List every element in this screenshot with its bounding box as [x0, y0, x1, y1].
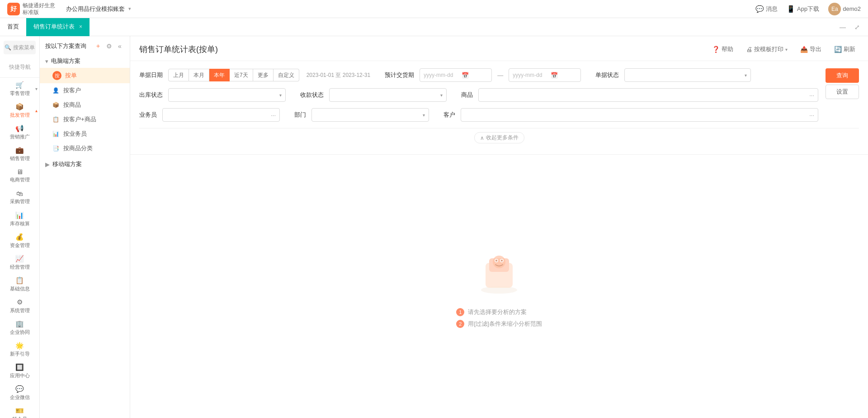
- salesperson-label: 业务员: [139, 111, 157, 119]
- tab-home[interactable]: 首页: [0, 18, 26, 36]
- sidebar-item-system[interactable]: ⚙ 系统管理: [0, 295, 39, 317]
- tab-sales-order[interactable]: 销售订单统计表 ×: [26, 18, 90, 36]
- tab-close-icon[interactable]: ×: [79, 24, 82, 30]
- tab-minimize-btn[interactable]: —: [837, 22, 848, 33]
- date-btn-this-year[interactable]: 本年: [209, 69, 230, 81]
- expected-date-end-input[interactable]: [513, 72, 549, 78]
- tip-2-num: 2: [456, 320, 464, 328]
- expected-date-label: 预计交货期: [385, 71, 414, 79]
- delivery-status-label: 出库状态: [139, 91, 163, 99]
- app-download-btn[interactable]: 📱 App下载: [787, 5, 819, 13]
- scheme-group-mobile-title[interactable]: ▶ 移动端方案: [40, 157, 130, 171]
- scheme-group-desktop-title[interactable]: ▾ 电脑端方案: [40, 54, 130, 68]
- date-btn-this-month[interactable]: 本月: [189, 69, 209, 81]
- sidebar-item-ecommerce[interactable]: 🖥 电商管理: [0, 165, 39, 186]
- sidebar-item-member[interactable]: 🎫 畅会员: [0, 404, 39, 418]
- scheme-item-by-customer[interactable]: 👤 按客户: [40, 83, 130, 98]
- settings-btn[interactable]: 设置: [826, 85, 859, 99]
- sidebar-item-retail[interactable]: 🛒 零售管理 ▾: [0, 78, 39, 100]
- sidebar-item-inventory[interactable]: 📊 库存核算: [0, 208, 39, 230]
- sidebar-item-purchase[interactable]: 🛍 采购管理: [0, 186, 39, 208]
- calendar-start-icon[interactable]: 📅: [462, 72, 469, 79]
- top-bar: 好 畅捷通好生意 标准版 办公用品行业模拟账套 ▾ 💬 消息 📱 App下载 E…: [0, 0, 868, 18]
- user-menu[interactable]: Ea demo2: [828, 3, 861, 15]
- print-icon: 🖨: [746, 46, 752, 53]
- scheme-item-by-goods[interactable]: 📦 按商品: [40, 98, 130, 112]
- goods-dots[interactable]: ···: [809, 92, 814, 99]
- date-btn-custom[interactable]: 自定义: [274, 69, 299, 81]
- top-bar-right: 💬 消息 📱 App下载 Ea demo2: [755, 3, 861, 15]
- tab-maximize-btn[interactable]: ⤢: [852, 22, 863, 33]
- expected-date-start[interactable]: 📅: [420, 68, 492, 82]
- help-btn[interactable]: ❓ 帮助: [708, 43, 737, 55]
- help-icon: ❓: [712, 46, 720, 53]
- status-select[interactable]: ▾: [624, 68, 751, 82]
- sidebar-item-wholesale[interactable]: 📦 批发管理 ▴: [0, 100, 39, 121]
- scheme-panel-actions: ＋ ⚙ «: [94, 42, 124, 51]
- sidebar-item-finance[interactable]: 💰 资金管理: [0, 230, 39, 252]
- breadcrumb-arrow[interactable]: ▾: [128, 6, 131, 12]
- apps-icon: 🔲: [15, 363, 24, 371]
- scheme-item-by-customer-goods[interactable]: 📋 按客户+商品: [40, 112, 130, 127]
- customer-input[interactable]: ···: [461, 108, 818, 122]
- sidebar-item-operations[interactable]: 📈 经营管理: [0, 252, 39, 273]
- sidebar-item-basic[interactable]: 📋 基础信息: [0, 273, 39, 295]
- customer-dots[interactable]: ···: [809, 112, 814, 119]
- sidebar-item-apps[interactable]: 🔲 应用中心: [0, 360, 39, 382]
- print-dropdown-icon[interactable]: ▾: [785, 47, 788, 52]
- calendar-end-icon[interactable]: 📅: [551, 72, 558, 79]
- date-btn-last-month[interactable]: 上月: [168, 69, 189, 81]
- query-btn[interactable]: 查询: [826, 68, 859, 83]
- payment-status-select[interactable]: ▾: [329, 88, 447, 102]
- page-header-actions: ❓ 帮助 🖨 按模板打印 ▾ 📤 导出 🔄 刷新: [708, 43, 859, 55]
- expected-date-end[interactable]: 📅: [509, 68, 581, 82]
- scheme-item-by-category[interactable]: 📑 按商品分类: [40, 141, 130, 156]
- empty-tip-1: 1 请先选择要分析的方案: [456, 308, 542, 316]
- sidebar-item-wechat[interactable]: 💬 企业微信: [0, 382, 39, 404]
- system-icon: ⚙: [17, 298, 23, 306]
- delivery-status-select[interactable]: ▾: [168, 88, 286, 102]
- salesperson-scheme-icon: 📊: [52, 131, 60, 137]
- content-area: 按以下方案查询 ＋ ⚙ « ▾ 电脑端方案 按 按单 👤: [40, 36, 868, 418]
- svg-point-7: [501, 260, 503, 261]
- date-btn-7days[interactable]: 近7天: [230, 69, 253, 81]
- expected-date-start-input[interactable]: [424, 72, 460, 78]
- message-btn[interactable]: 💬 消息: [755, 5, 778, 13]
- goods-input[interactable]: ···: [478, 88, 818, 102]
- mobile-expand-icon: ▶: [45, 161, 50, 168]
- date-separator: —: [497, 72, 503, 79]
- date-quick-btns: 上月 本月 本年 近7天 更多 自定义: [168, 69, 299, 81]
- sidebar-quick-nav[interactable]: 快捷导航: [0, 59, 39, 78]
- scheme-collapse-icon[interactable]: «: [115, 42, 124, 51]
- salesperson-dots[interactable]: ···: [271, 112, 276, 119]
- delivery-dropdown-icon: ▾: [279, 93, 282, 98]
- collapse-btn[interactable]: ∧ 收起更多条件: [474, 132, 524, 143]
- scheme-panel: 按以下方案查询 ＋ ⚙ « ▾ 电脑端方案 按 按单 👤: [40, 36, 130, 418]
- export-btn[interactable]: 📤 导出: [797, 43, 825, 55]
- salesperson-input[interactable]: ···: [162, 108, 280, 122]
- payment-status-label: 收款状态: [300, 91, 324, 99]
- sidebar-item-marketing[interactable]: 📢 营销推广: [0, 121, 39, 143]
- enterprise-icon: 🏢: [15, 320, 24, 328]
- logo-icon: 好: [7, 3, 20, 15]
- wechat-icon: 💬: [15, 385, 24, 393]
- customer-goods-scheme-icon: 📋: [52, 116, 60, 123]
- sidebar-item-enterprise[interactable]: 🏢 企业协同: [0, 317, 39, 338]
- department-select[interactable]: ▾: [311, 108, 429, 122]
- scheme-item-by-salesperson[interactable]: 📊 按业务员: [40, 127, 130, 141]
- scheme-item-by-order[interactable]: 按 按单: [40, 68, 130, 83]
- sidebar-search-btn[interactable]: 🔍 搜索菜单: [4, 41, 36, 54]
- tip-1-num: 1: [456, 308, 464, 316]
- sidebar-item-newbie[interactable]: 🌟 新手引导: [0, 338, 39, 360]
- date-btn-more[interactable]: 更多: [253, 69, 274, 81]
- scheme-settings-icon[interactable]: ⚙: [104, 42, 113, 51]
- empty-illustration: [472, 245, 526, 299]
- scheme-add-icon[interactable]: ＋: [94, 42, 103, 51]
- sidebar-item-sales[interactable]: 💼 销售管理: [0, 143, 39, 165]
- group-expand-icon: ▾: [45, 58, 48, 65]
- status-dropdown-icon: ▾: [745, 73, 747, 78]
- sales-icon: 💼: [15, 146, 24, 154]
- department-dropdown-icon: ▾: [423, 113, 425, 118]
- print-btn[interactable]: 🖨 按模板打印 ▾: [742, 43, 791, 55]
- refresh-btn[interactable]: 🔄 刷新: [830, 43, 859, 55]
